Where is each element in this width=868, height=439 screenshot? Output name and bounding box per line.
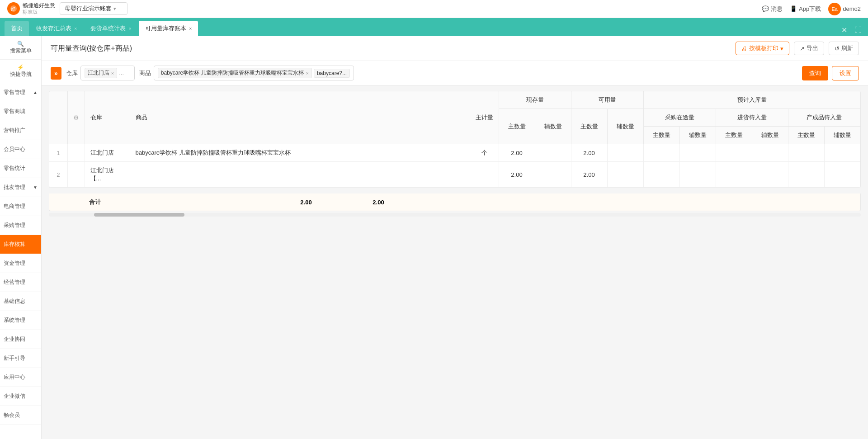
sidebar-item-new-guide[interactable]: 新手引导	[0, 349, 41, 368]
th-purchase-group: 采购在途量	[643, 109, 716, 127]
warehouse-more[interactable]: ...	[119, 70, 124, 76]
tab-close-order[interactable]: ×	[128, 26, 131, 31]
th-product: 商品	[130, 91, 470, 144]
td-production-main-2	[788, 162, 824, 188]
sidebar-item-marketing[interactable]: 营销推广	[0, 121, 41, 140]
logo-icon: 好	[7, 2, 20, 15]
sidebar-item-retail-mgmt[interactable]: 零售管理 ▲	[0, 83, 41, 102]
tab-order[interactable]: 要货单统计表 ×	[84, 21, 137, 36]
warehouse-tag-text: 江北门店	[88, 69, 109, 77]
product-label: 商品	[139, 69, 151, 77]
td-stock-aux-1	[535, 144, 571, 162]
tab-fullscreen-btn[interactable]: ⛶	[853, 24, 863, 36]
tab-home[interactable]: 首页	[5, 21, 29, 36]
warehouse-value-selector[interactable]: 江北门店 × ...	[80, 66, 135, 80]
sidebar-item-member[interactable]: 会员中心	[0, 140, 41, 159]
logo-texts: 畅捷通好生意 标准版	[23, 2, 55, 15]
tab-inventory[interactable]: 可用量库存账本 ×	[139, 21, 198, 36]
logo-text: 畅捷通好生意	[23, 2, 55, 9]
th-unit: 主计量	[470, 91, 499, 144]
search-icon: 🔍	[17, 41, 24, 47]
sidebar-item-purchase[interactable]: 采购管理	[0, 216, 41, 235]
sidebar-item-retail-stat[interactable]: 零售统计	[0, 159, 41, 178]
tab-close-all-btn[interactable]: ✕	[840, 24, 849, 36]
warehouse-tag-remove[interactable]: ×	[111, 71, 114, 76]
sidebar-enterprise-wx-label: 企业微信	[4, 392, 25, 400]
nav-icon: ⚡	[17, 64, 24, 71]
settings-icon[interactable]: ⚙	[73, 114, 79, 121]
message-label: 消息	[771, 5, 783, 13]
page-actions: 🖨 按模板打印 ▾ ↗ 导出 ↺ 刷新	[736, 42, 859, 55]
scroll-track[interactable]	[49, 213, 861, 217]
sidebar-item-enterprise-wx[interactable]: 企业微信	[0, 387, 41, 406]
template-print-btn[interactable]: 🖨 按模板打印 ▾	[736, 42, 789, 55]
td-settings-2	[67, 162, 85, 188]
app-download-label: App下载	[799, 5, 821, 13]
sidebar-operations-label: 经营管理	[4, 279, 25, 286]
table-footer: 合计 2.00 2.00	[49, 194, 861, 211]
top-bar-left: 好 畅捷通好生意 标准版 母婴行业演示账套 ▾	[7, 2, 127, 15]
sidebar-item-enterprise[interactable]: 企业协同	[0, 330, 41, 349]
sidebar-item-system[interactable]: 系统管理	[0, 311, 41, 330]
industry-label: 母婴行业演示账套	[65, 5, 112, 13]
td-index-1: 1	[49, 144, 67, 162]
sidebar-system-label: 系统管理	[4, 316, 25, 324]
industry-select[interactable]: 母婴行业演示账套 ▾	[60, 2, 127, 15]
sidebar: 🔍 搜索菜单 ⚡ 快捷导航 零售管理 ▲ 零售商城 营销推广 会员中心 零售统计…	[0, 36, 42, 439]
th-index	[49, 91, 67, 144]
sidebar-item-retail-mall[interactable]: 零售商城	[0, 102, 41, 121]
settings-btn[interactable]: 设置	[832, 66, 859, 80]
tab-receivepay-label: 收发存汇总表	[36, 24, 71, 33]
th-stock-group: 现存量	[499, 91, 571, 109]
sidebar-item-ecommerce[interactable]: 电商管理	[0, 197, 41, 216]
page-title: 可用量查询(按仓库+商品)	[51, 44, 132, 53]
tab-order-label: 要货单统计表	[90, 24, 126, 33]
td-stock-main-2: 2.00	[499, 162, 535, 188]
td-incoming-main-1	[716, 144, 752, 162]
warehouse-label: 仓库	[66, 69, 78, 77]
table-header-row-1: ⚙ 仓库 商品 主计量 现存量 可用量 预计入库量	[49, 91, 860, 109]
product-tag-2-text: babycare?...	[317, 70, 347, 76]
sidebar-item-vip[interactable]: 畅会员	[0, 406, 41, 425]
sidebar-search[interactable]: 🔍 搜索菜单	[0, 36, 41, 60]
tab-close-receivepay[interactable]: ×	[74, 26, 77, 31]
sidebar-item-inventory-check[interactable]: 库存核算	[0, 235, 41, 254]
scroll-thumb[interactable]	[94, 213, 184, 217]
td-warehouse-1: 江北门店	[85, 144, 130, 162]
sidebar-quick-nav[interactable]: ⚡ 快捷导航	[0, 60, 41, 83]
main-layout: 🔍 搜索菜单 ⚡ 快捷导航 零售管理 ▲ 零售商城 营销推广 会员中心 零售统计…	[0, 36, 868, 439]
app-download-btn[interactable]: 📱 App下载	[790, 5, 821, 13]
th-production-aux: 辅数量	[824, 127, 860, 144]
export-icon: ↗	[800, 45, 805, 52]
message-icon: 💬	[762, 5, 769, 12]
tab-close-inventory[interactable]: ×	[189, 26, 192, 31]
td-available-main-1: 2.00	[571, 144, 607, 162]
sidebar-item-finance[interactable]: 资金管理	[0, 254, 41, 273]
sidebar-item-wholesale-mgmt[interactable]: 批发管理 ▼	[0, 178, 41, 197]
product-tag-1-remove[interactable]: ×	[306, 71, 309, 76]
warehouse-tag: 江北门店 ×	[85, 68, 117, 78]
sidebar-purchase-label: 采购管理	[4, 222, 25, 229]
th-warehouse: 仓库	[85, 91, 130, 144]
table-row: 1 江北门店 babycare学饮杯 儿童防摔防撞吸管杯重力球吸嘴杯宝宝水杯 个…	[49, 144, 860, 162]
product-value-selector[interactable]: babycare学饮杯 儿童防摔防撞吸管杯重力球吸嘴杯宝宝水杯 × babyca…	[154, 66, 354, 80]
sidebar-item-basic-info[interactable]: 基础信息	[0, 292, 41, 311]
th-incoming-aux: 辅数量	[752, 127, 788, 144]
query-btn[interactable]: 查询	[802, 66, 828, 80]
user-area[interactable]: Ea demo2	[828, 3, 861, 15]
refresh-btn[interactable]: ↺ 刷新	[829, 42, 859, 55]
sidebar-retail-mall-label: 零售商城	[4, 108, 25, 115]
product-tag-1-text: babycare学饮杯 儿童防摔防撞吸管杯重力球吸嘴杯宝宝水杯	[161, 69, 304, 77]
sidebar-item-operations[interactable]: 经营管理	[0, 273, 41, 292]
expand-icon-2: ▼	[33, 185, 38, 190]
export-btn[interactable]: ↗ 导出	[794, 42, 824, 55]
tab-bar: 首页 收发存汇总表 × 要货单统计表 × 可用量库存账本 × ✕ ⛶	[0, 18, 868, 36]
th-settings[interactable]: ⚙	[67, 91, 85, 144]
chevron-down-icon: ▾	[113, 6, 116, 12]
tab-receivepay[interactable]: 收发存汇总表 ×	[30, 21, 83, 36]
sidebar-item-app-center[interactable]: 应用中心	[0, 368, 41, 387]
td-index-2: 2	[49, 162, 67, 188]
message-btn[interactable]: 💬 消息	[762, 5, 783, 13]
chevron-down-icon-2: ▾	[780, 45, 783, 52]
filter-expand-btn[interactable]: »	[51, 67, 61, 80]
